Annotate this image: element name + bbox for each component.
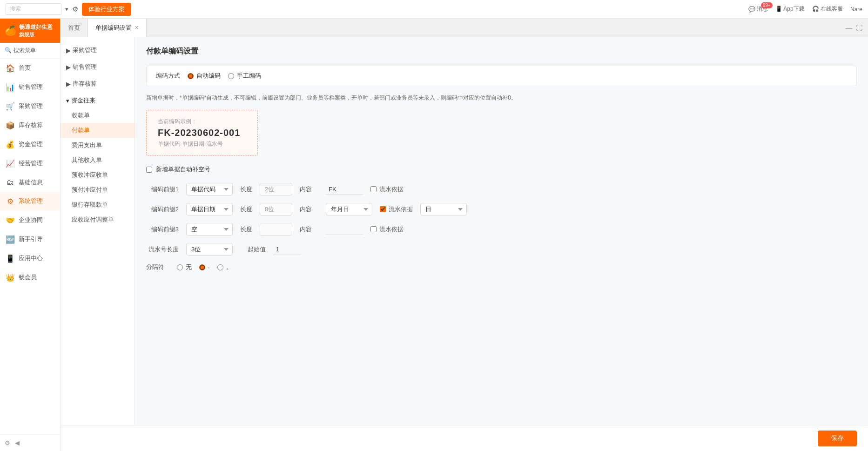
sec-nav-group-inventory: ▶ 库存核算 — [61, 76, 135, 91]
sec-nav-header-sales[interactable]: ▶ 销售管理 — [61, 60, 135, 74]
sidebar-label-apps: 应用中心 — [19, 254, 43, 263]
sidebar-item-purchase[interactable]: 🛒 采购管理 — [0, 97, 60, 116]
tab-close-icon[interactable]: ✕ — [135, 25, 139, 31]
sidebar-item-home[interactable]: 🏠 首页 — [0, 59, 60, 78]
day-select[interactable]: 日 月 — [420, 203, 467, 215]
radio-auto[interactable] — [188, 73, 194, 79]
sec-nav-label-purchase: 采购管理 — [73, 46, 97, 54]
serial3-checkbox-label[interactable]: 流水依据 — [370, 225, 404, 234]
radio-manual-text: 手工编码 — [237, 72, 261, 80]
sep-dot-text: 。 — [226, 263, 232, 271]
sec-nav-item-bank[interactable]: 银行存取款单 — [61, 197, 135, 212]
radio-auto-label[interactable]: 自动编码 — [188, 72, 221, 80]
page-title: 付款单编码设置 — [146, 47, 857, 56]
search-icon: 🔍 — [5, 47, 12, 54]
sep-dash-radio[interactable] — [199, 264, 205, 270]
sep-none-radio[interactable] — [177, 264, 183, 270]
radio-manual-label[interactable]: 手工编码 — [228, 72, 261, 80]
serial2-checkbox[interactable] — [380, 206, 386, 212]
length2-input — [260, 203, 292, 215]
prefix1-select[interactable]: 单据代码 — [186, 183, 233, 195]
sep-dot-label[interactable]: 。 — [217, 263, 232, 271]
sidebar-item-guide[interactable]: 🆕 新手引导 — [0, 230, 60, 249]
sidebar-item-collab[interactable]: 🤝 企业协同 — [0, 211, 60, 230]
sec-nav-group-sales: ▶ 销售管理 — [61, 60, 135, 74]
footer-collapse-icon[interactable]: ◀ — [15, 439, 20, 446]
sec-nav-item-adjust[interactable]: 应收应付调整单 — [61, 212, 135, 227]
tab-minimize-icon[interactable]: — — [846, 24, 852, 32]
serial-length-select[interactable]: 3位 4位 5位 — [186, 243, 233, 256]
sidebar-logo: 🍊 畅通道好生意 旗舰版 — [0, 19, 60, 43]
app-download-button[interactable]: 📱 App下载 — [775, 5, 805, 13]
info-text: 新增单据时，*单据编码*自动生成，不可编辑，前缀设置为部门、业务员等档案类，开单… — [146, 94, 857, 102]
serial3-checkbox[interactable] — [370, 226, 377, 232]
tab-maximize-icon[interactable]: ⛶ — [856, 24, 862, 32]
serial2-label: 流水依据 — [389, 205, 413, 214]
content2-select[interactable]: 年月日 年月 年 — [326, 203, 372, 215]
sidebar-label-collab: 企业协同 — [19, 216, 43, 224]
sidebar-item-system[interactable]: ⚙ 系统管理 — [0, 192, 60, 211]
tab-code-settings[interactable]: 单据编码设置 ✕ — [88, 19, 147, 37]
sec-nav-header-purchase[interactable]: ▶ 采购管理 — [61, 43, 135, 58]
form-row-prefix1: 编码前缀1 单据代码 长度 内容 流水依据 — [146, 183, 857, 195]
tab-home-label: 首页 — [68, 24, 80, 32]
length3-input[interactable] — [260, 223, 292, 236]
auto-fill-checkbox[interactable] — [146, 167, 152, 173]
sep-dot-radio[interactable] — [217, 264, 223, 270]
sec-nav-item-receipt[interactable]: 收款单 — [61, 108, 135, 123]
online-service-button[interactable]: 🎧 在线客服 — [812, 5, 843, 13]
start-value-input[interactable] — [273, 244, 301, 255]
user-name[interactable]: Nare — [850, 6, 862, 13]
sep-none-text: 无 — [186, 263, 192, 271]
secondary-nav: ▶ 采购管理 ▶ 销售管理 ▶ 库存核算 — [61, 37, 135, 425]
sec-nav-item-payment[interactable]: 付款单 — [61, 123, 135, 138]
sidebar-item-apps[interactable]: 📱 应用中心 — [0, 249, 60, 268]
guide-icon: 🆕 — [6, 235, 15, 244]
sec-nav-header-inventory[interactable]: ▶ 库存核算 — [61, 76, 135, 91]
logo-subtitle: 旗舰版 — [19, 31, 53, 38]
sidebar-item-basic[interactable]: 🗂 基础信息 — [0, 173, 60, 192]
experience-button[interactable]: 体验行业方案 — [82, 3, 131, 16]
sep-none-label[interactable]: 无 — [177, 263, 192, 271]
prefix2-select[interactable]: 单据日期 — [186, 203, 233, 215]
sidebar-search[interactable]: 🔍 搜索菜单 — [0, 43, 60, 59]
sidebar-item-finance[interactable]: 💰 资金管理 — [0, 135, 60, 154]
search-input-placeholder[interactable]: 搜索 — [6, 3, 61, 15]
message-button[interactable]: 💬 消息 99+ — [748, 5, 768, 13]
footer-settings-icon[interactable]: ⚙ — [5, 439, 10, 446]
serial2-checkbox-label[interactable]: 流水依据 — [380, 205, 413, 214]
sec-nav-item-prepay-payable[interactable]: 预付冲应付单 — [61, 182, 135, 197]
serial-length-row: 流水号长度 3位 4位 5位 起始值 — [146, 243, 857, 256]
sidebar-item-sales[interactable]: 📊 销售管理 — [0, 78, 60, 97]
save-button[interactable]: 保存 — [818, 431, 857, 446]
sec-nav-header-capital[interactable]: ▾ 资金往来 — [61, 93, 135, 108]
radio-manual[interactable] — [228, 73, 234, 79]
serial1-checkbox[interactable] — [370, 186, 377, 192]
sidebar: 🍊 畅通道好生意 旗舰版 🔍 搜索菜单 🏠 首页 📊 销售管理 🛒 采购管理 — [0, 19, 61, 451]
sidebar-item-inventory[interactable]: 📦 库存核算 — [0, 116, 60, 135]
prefix3-select[interactable]: 空 单据代码 单据日期 — [186, 223, 233, 236]
member-icon: 👑 — [6, 273, 15, 282]
tab-home[interactable]: 首页 — [61, 19, 88, 37]
sec-nav-item-expense[interactable]: 费用支出单 — [61, 138, 135, 153]
main-area: 首页 单据编码设置 ✕ — ⛶ ▶ 采购管理 — [61, 19, 868, 451]
prefix2-label: 编码前缀2 — [146, 205, 179, 214]
content3-label: 内容 — [300, 225, 318, 234]
sep-dash-label[interactable]: · — [199, 264, 210, 271]
sidebar-item-member[interactable]: 👑 畅会员 — [0, 268, 60, 287]
tab-code-label: 单据编码设置 — [95, 24, 132, 32]
sales-icon: 📊 — [6, 83, 15, 92]
collab-icon: 🤝 — [6, 216, 15, 225]
gear-settings-icon[interactable]: ⚙ — [72, 5, 78, 13]
preview-label: 当前编码示例： — [158, 118, 246, 126]
page-content: 付款单编码设置 编码方式 自动编码 手工编码 新增单据时，*单据编码*自动生成，… — [135, 37, 868, 425]
sec-nav-children-capital: 收款单 付款单 费用支出单 其他收入单 预收冲应收单 预付冲应付单 银行存取款单… — [61, 108, 135, 227]
sidebar-item-operation[interactable]: 📈 经营管理 — [0, 154, 60, 173]
auto-fill-row: 新增单据自动补空号 — [146, 165, 857, 174]
sec-nav-label-inventory: 库存核算 — [73, 80, 97, 88]
dropdown-arrow-icon[interactable]: ▾ — [65, 6, 68, 13]
serial1-checkbox-label[interactable]: 流水依据 — [370, 185, 404, 194]
start-value-label: 起始值 — [248, 245, 266, 254]
sec-nav-item-prepay-receivable[interactable]: 预收冲应收单 — [61, 168, 135, 182]
sec-nav-item-other-income[interactable]: 其他收入单 — [61, 153, 135, 168]
